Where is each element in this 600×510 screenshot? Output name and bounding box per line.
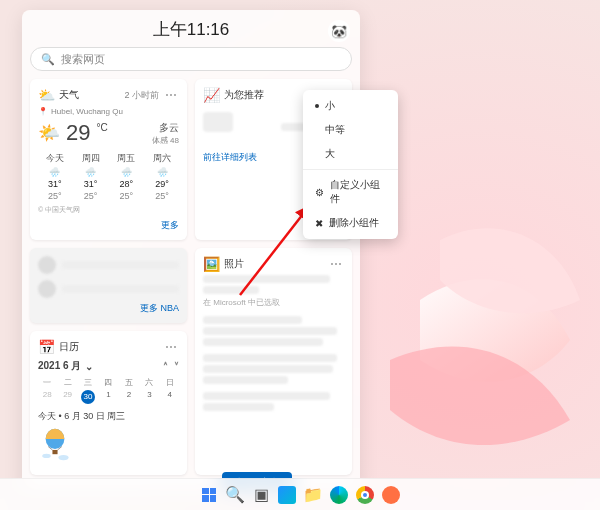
cal-day[interactable]: 2 (120, 390, 138, 404)
blurred-content (203, 365, 333, 373)
task-view-icon[interactable]: ▣ (252, 486, 270, 504)
search-placeholder: 搜索网页 (61, 52, 105, 67)
menu-label: 删除小组件 (329, 216, 379, 230)
day0-lo: 25° (48, 191, 62, 201)
dow: 三 (79, 377, 97, 388)
start-button[interactable] (200, 486, 218, 504)
blurred-content (203, 392, 330, 400)
rain-icon: 🌧️ (49, 167, 60, 177)
weather-location: Hubei, Wuchang Qu (51, 107, 123, 116)
cal-day[interactable]: 29 (58, 390, 76, 404)
day0-hi: 31° (48, 179, 62, 189)
chevron-down-icon[interactable]: ⌄ (85, 361, 93, 372)
weather-feelslike: 体感 48 (152, 135, 179, 146)
menu-label: 小 (325, 99, 335, 113)
blurred-content (203, 327, 337, 335)
menu-remove-widget[interactable]: ✖删除小组件 (303, 211, 398, 235)
menu-label: 自定义小组件 (330, 178, 386, 206)
svg-rect-2 (52, 450, 57, 454)
svg-point-6 (58, 455, 68, 460)
menu-size-medium[interactable]: 中等 (303, 118, 398, 142)
day0-label: 今天 (46, 152, 64, 165)
sports-widget[interactable]: 更多 NBA (30, 248, 187, 323)
team-logo (38, 256, 56, 274)
balloon-illustration (38, 427, 72, 461)
news-subtext: 在 Microsoft 中已选取 (203, 297, 344, 308)
team-logo (38, 280, 56, 298)
blurred-content (62, 261, 179, 269)
dow: 四 (99, 377, 117, 388)
weather-title: 天气 (59, 88, 79, 102)
cal-day[interactable]: 4 (161, 390, 179, 404)
search-input[interactable]: 🔍 搜索网页 (30, 47, 352, 71)
cal-day[interactable]: 28 (38, 390, 56, 404)
blurred-content (203, 376, 288, 384)
cal-day-today[interactable]: 30 (81, 390, 95, 404)
sports-more-link[interactable]: 更多 NBA (38, 302, 179, 315)
calendar-more-icon[interactable]: ⋯ (163, 340, 179, 354)
cal-day[interactable]: 1 (99, 390, 117, 404)
calendar-today-text: 今天 • 6 月 30 日 周三 (38, 410, 179, 423)
edge-icon[interactable] (330, 486, 348, 504)
photos-icon: 🖼️ (203, 256, 220, 272)
menu-size-large[interactable]: 大 (303, 142, 398, 166)
dow: 一 (38, 377, 56, 388)
day3-label: 周六 (153, 152, 171, 165)
dow: 日 (161, 377, 179, 388)
menu-label: 中等 (325, 123, 345, 137)
panel-clock: 上午11:16 (30, 18, 352, 41)
taskbar-search-icon[interactable]: 🔍 (226, 486, 244, 504)
calendar-grid: 一 二 三 四 五 六 日 28 29 30 1 2 3 4 (38, 377, 179, 404)
app-icon[interactable] (382, 486, 400, 504)
location-pin-icon: 📍 (38, 107, 48, 116)
recommend-title: 为您推荐 (224, 88, 264, 102)
unpin-icon: ✖ (315, 218, 323, 229)
blurred-content (203, 338, 323, 346)
photos-widget[interactable]: 🖼️ 照片 ⋯ 在 Microsoft 中已选取 (195, 248, 352, 475)
cal-day[interactable]: 3 (140, 390, 158, 404)
blurred-content (62, 285, 179, 293)
explorer-icon[interactable]: 📁 (304, 486, 322, 504)
menu-size-small[interactable]: 小 (303, 94, 398, 118)
sun-cloud-icon: 🌤️ (38, 122, 60, 144)
day1-label: 周四 (82, 152, 100, 165)
calendar-icon: 📅 (38, 339, 55, 355)
weather-temp: 29 (66, 120, 90, 146)
menu-label: 大 (325, 147, 335, 161)
user-avatar[interactable]: 🐼 (328, 20, 350, 42)
menu-customize-widget[interactable]: ⚙自定义小组件 (303, 173, 398, 211)
rain-icon: 🌧️ (121, 167, 132, 177)
cal-prev-icon[interactable]: ˄ (163, 361, 168, 372)
rain-icon: 🌧️ (85, 167, 96, 177)
cal-next-icon[interactable]: ˅ (174, 361, 179, 372)
forecast-row: 今天🌧️31°25° 周四🌧️31°25° 周五🌧️28°25° 周六🌧️29°… (38, 152, 179, 201)
day2-hi: 28° (120, 179, 134, 189)
day3-lo: 25° (155, 191, 169, 201)
weather-more-icon[interactable]: ⋯ (163, 88, 179, 102)
day2-lo: 25° (120, 191, 134, 201)
day2-label: 周五 (117, 152, 135, 165)
dow: 六 (140, 377, 158, 388)
weather-icon: ⛅ (38, 87, 55, 103)
weather-more-link[interactable]: 更多 (38, 219, 179, 232)
taskbar: 🔍 ▣ 📁 (0, 478, 600, 510)
day1-hi: 31° (84, 179, 98, 189)
weather-widget[interactable]: ⛅ 天气 2 小时前 ⋯ 📍 Hubei, Wuchang Qu 🌤️ 29 °… (30, 79, 187, 240)
blurred-content (203, 316, 302, 324)
widgets-icon[interactable] (278, 486, 296, 504)
day3-hi: 29° (155, 179, 169, 189)
chart-icon: 📈 (203, 87, 220, 103)
calendar-widget[interactable]: 📅 日历 ⋯ 2021 6 月 ⌄ ˄ ˅ 一 二 三 四 五 六 日 (30, 331, 187, 475)
photos-title: 照片 (224, 257, 244, 271)
photos-more-icon[interactable]: ⋯ (328, 257, 344, 271)
blurred-content (203, 403, 274, 411)
search-icon: 🔍 (41, 53, 55, 66)
weather-unit: °C (96, 122, 107, 133)
day1-lo: 25° (84, 191, 98, 201)
dow: 五 (120, 377, 138, 388)
blurred-content (203, 354, 337, 362)
calendar-month: 2021 6 月 (38, 359, 81, 373)
widgets-panel: 上午11:16 🐼 🔍 搜索网页 ⛅ 天气 2 小时前 ⋯ 📍 Hubei, W… (22, 10, 360, 490)
widget-context-menu: 小 中等 大 ⚙自定义小组件 ✖删除小组件 (303, 90, 398, 239)
chrome-icon[interactable] (356, 486, 374, 504)
